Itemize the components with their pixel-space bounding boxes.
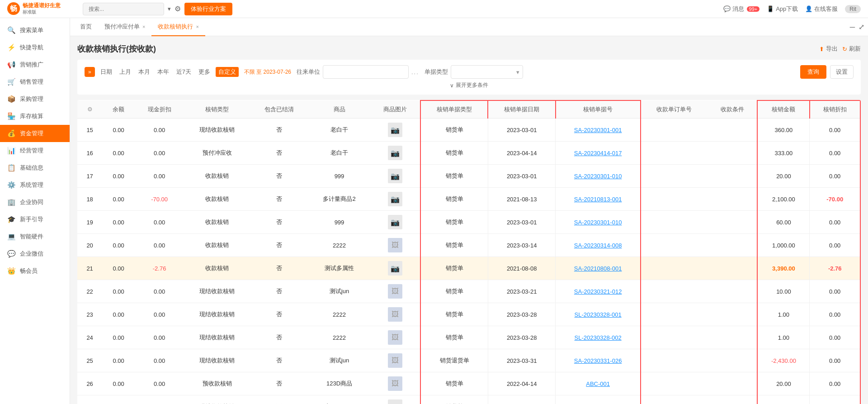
date-btn-custom[interactable]: 自定义 xyxy=(216,67,239,77)
app-download-btn[interactable]: 📱 App下载 xyxy=(767,5,798,13)
tab-prepay-close[interactable]: × xyxy=(142,24,145,29)
sidebar-item-smarthw[interactable]: 💻 智能硬件 xyxy=(0,228,70,245)
sidebar-item-marketing[interactable]: 📢 营销推广 xyxy=(0,56,70,73)
td-doc-type: 销货单 xyxy=(420,142,488,165)
tab-minimize-btn[interactable]: ─ xyxy=(850,23,855,31)
td-doc-no[interactable]: SA-20230321-012 xyxy=(556,280,641,303)
date-btn-more[interactable]: 更多 xyxy=(197,67,212,77)
td-verify-amount: 20.00 xyxy=(757,165,810,188)
td-verify-type: 收款核销 xyxy=(184,188,250,211)
td-product: 衣服00001 xyxy=(308,395,370,404)
th-verify-type: 核销类型 xyxy=(184,100,250,119)
td-product: 2222 xyxy=(308,234,370,257)
top-bar: 畅 畅捷通谱好生意 标准版 ▾ ⚙ 体验行业方案 💬 消息 99+ 📱 App下… xyxy=(0,0,868,18)
tab-bar: 首页 预付冲应付单 × 收款核销执行 × ─ ⤢ xyxy=(70,18,868,36)
sidebar-item-sales[interactable]: 🛒 销售管理 xyxy=(0,73,70,90)
td-doc-no[interactable]: SL-20230328-002 xyxy=(556,326,641,349)
from-unit-input[interactable] xyxy=(323,65,409,79)
sidebar-item-finance[interactable]: 💰 资金管理 xyxy=(0,125,70,142)
td-receipt-order-no xyxy=(641,372,708,395)
td-product: 测试多属性 xyxy=(308,257,370,280)
industry-btn[interactable]: 体验行业方案 xyxy=(184,3,232,15)
refresh-btn[interactable]: ↻ 刷新 xyxy=(842,45,861,53)
td-doc-no[interactable]: SA-20230301-010 xyxy=(556,211,641,234)
tab-actions: ─ ⤢ xyxy=(850,23,864,31)
sidebar-item-purchase[interactable]: 📦 采购管理 xyxy=(0,90,70,108)
sidebar-item-basicinfo[interactable]: 📋 基础信息 xyxy=(0,159,70,176)
sidebar-item-member[interactable]: 👑 畅会员 xyxy=(0,262,70,280)
top-search-input[interactable] xyxy=(83,3,164,15)
tab-receipts-close[interactable]: × xyxy=(196,24,198,29)
th-gear[interactable]: ⚙ xyxy=(77,100,102,119)
td-verify-type: 预收款核销 xyxy=(184,372,250,395)
tab-receipts[interactable]: 收款核销执行 × xyxy=(151,18,205,36)
sales-icon: 🛒 xyxy=(7,78,15,86)
td-verify-amount: 333.00 xyxy=(757,142,810,165)
td-doc-no[interactable]: ABC-001 xyxy=(556,372,641,395)
filter-row: » 日期 上月 本月 本年 近7天 更多 自定义 不限 至 2023-07-26 xyxy=(85,65,854,79)
date-btn-thisyear[interactable]: 本年 xyxy=(156,67,171,77)
sidebar-item-quicknav[interactable]: ⚡ 快捷导航 xyxy=(0,39,70,56)
filter-bar: » 日期 上月 本月 本年 近7天 更多 自定义 不限 至 2023-07-26 xyxy=(77,60,861,95)
td-product-image: 📷 xyxy=(371,119,421,142)
sidebar-item-enterprise[interactable]: 🏢 企业协同 xyxy=(0,194,70,211)
tab-home[interactable]: 首页 xyxy=(74,18,98,36)
th-receipt-condition: 收款条件 xyxy=(708,100,758,119)
td-receipt-order-no xyxy=(641,257,708,280)
sidebar: 🔍 搜索菜单 ⚡ 快捷导航 📢 营销推广 🛒 销售管理 📦 采购管理 🏪 库存核… xyxy=(0,18,70,404)
td-doc-no[interactable]: SA-20230301-010 xyxy=(556,165,641,188)
td-doc-no[interactable]: SA-20230314-008 xyxy=(556,234,641,257)
tab-prepay[interactable]: 预付冲应付单 × xyxy=(98,18,151,36)
settings-icon[interactable]: ⚙ xyxy=(175,5,181,13)
export-btn[interactable]: ⬆ 导出 xyxy=(819,45,838,53)
sidebar-item-system[interactable]: ⚙️ 系统管理 xyxy=(0,176,70,194)
date-btn-thismonth[interactable]: 本月 xyxy=(137,67,152,77)
sidebar-item-wechat[interactable]: 💬 企业微信 xyxy=(0,245,70,262)
td-doc-no[interactable]: SA-20230414-017 xyxy=(556,142,641,165)
refresh-label: 刷新 xyxy=(849,45,861,53)
user-avatar[interactable]: Rit xyxy=(845,5,861,13)
td-doc-no[interactable]: SL-20230408-001 xyxy=(556,395,641,404)
operations-icon: 📊 xyxy=(7,147,15,155)
sidebar-label-finance: 资金管理 xyxy=(20,129,43,138)
table-row: 23 0.00 0.00 现结收款核销 否 2222 🖼 销货单 2023-03… xyxy=(77,303,860,326)
td-product-image: 📷 xyxy=(371,188,421,211)
td-doc-date: 2023-03-28 xyxy=(488,303,555,326)
date-btn-lastmonth[interactable]: 上月 xyxy=(118,67,133,77)
tab-prepay-label: 预付冲应付单 xyxy=(104,23,140,31)
td-verify-discount: 0.00 xyxy=(810,372,860,395)
query-btn[interactable]: 查询 xyxy=(800,65,826,79)
td-product: 测试jun xyxy=(308,280,370,303)
td-doc-no[interactable]: SA-20230331-026 xyxy=(556,349,641,372)
from-unit-dots[interactable]: ... xyxy=(411,69,419,76)
expand-more-btn[interactable]: ∨ 展开更多条件 xyxy=(85,79,854,89)
table-row: 26 0.00 0.00 预收款核销 否 123D商品 🖼 销货单 2022-0… xyxy=(77,372,860,395)
td-doc-no[interactable]: SL-20230328-001 xyxy=(556,303,641,326)
td-doc-no[interactable]: SA-20210813-001 xyxy=(556,188,641,211)
td-product-image: 🖼 xyxy=(371,349,421,372)
date-btn-7days[interactable]: 近7天 xyxy=(175,67,193,77)
td-cash-discount: 0.00 xyxy=(135,165,184,188)
filter-settings-btn[interactable]: 设置 xyxy=(830,65,854,79)
online-service-btn[interactable]: 👤 在线客服 xyxy=(805,5,838,13)
messages-btn[interactable]: 💬 消息 99+ xyxy=(723,5,760,13)
receipt-type-select[interactable] xyxy=(451,65,523,79)
sidebar-item-operations[interactable]: 📊 经营管理 xyxy=(0,142,70,159)
filter-expand-btn[interactable]: » xyxy=(85,67,95,77)
sidebar-item-search[interactable]: 🔍 搜索菜单 xyxy=(0,22,70,39)
dropdown-icon[interactable]: ▾ xyxy=(168,5,171,12)
tab-expand-btn[interactable]: ⤢ xyxy=(859,23,864,31)
td-id: 23 xyxy=(77,303,102,326)
td-verify-type: 现结收款核销 xyxy=(184,395,250,404)
sidebar-item-inventory[interactable]: 🏪 库存核算 xyxy=(0,108,70,125)
td-balance: 0.00 xyxy=(102,349,135,372)
td-doc-no[interactable]: SA-20230301-001 xyxy=(556,119,641,142)
online-service-label: 在线客服 xyxy=(814,5,838,13)
date-range-display: 不限 至 2023-07-26 xyxy=(244,68,291,76)
td-doc-no[interactable]: SA-20210808-001 xyxy=(556,257,641,280)
sidebar-item-beginner[interactable]: 🎓 新手引导 xyxy=(0,211,70,228)
td-balance: 0.00 xyxy=(102,303,135,326)
td-balance: 0.00 xyxy=(102,188,135,211)
table-row: 20 0.00 0.00 收款核销 否 2222 🖼 销货单 2023-03-1… xyxy=(77,234,860,257)
td-product-image: 📷 xyxy=(371,142,421,165)
